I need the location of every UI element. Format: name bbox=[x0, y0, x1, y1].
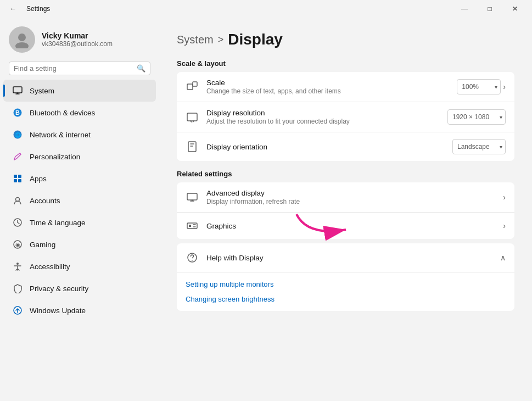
graphics-chevron-right-icon: › bbox=[503, 221, 506, 230]
sidebar-item-accessibility[interactable]: Accessibility bbox=[3, 255, 156, 277]
svg-rect-21 bbox=[187, 193, 197, 200]
orientation-title: Display orientation bbox=[206, 143, 445, 151]
svg-rect-9 bbox=[14, 179, 17, 182]
advanced-display-text: Advanced display Display information, re… bbox=[206, 189, 495, 205]
svg-rect-2 bbox=[13, 87, 22, 93]
advanced-display-title: Advanced display bbox=[206, 189, 495, 197]
search-container: 🔍 bbox=[0, 59, 159, 80]
sidebar-item-label-bluetooth: Bluetooth & devices bbox=[30, 109, 95, 117]
content-wrapper: System > Display Scale & layout Scal bbox=[159, 18, 532, 401]
orientation-dropdown[interactable]: Landscape Portrait bbox=[452, 139, 506, 154]
sidebar-item-network[interactable]: 🌐 Network & internet bbox=[3, 124, 156, 146]
sidebar-item-label-network: Network & internet bbox=[30, 131, 91, 139]
avatar bbox=[9, 26, 35, 53]
resolution-text: Display resolution Adjust the resolution… bbox=[206, 109, 440, 125]
scale-icon bbox=[186, 80, 199, 93]
privacy-icon bbox=[12, 283, 23, 294]
sidebar: Vicky Kumar vk304836@outlook.com 🔍 Syst bbox=[0, 18, 159, 401]
scale-text: Scale Change the size of text, apps, and… bbox=[206, 79, 449, 95]
search-input[interactable] bbox=[14, 64, 133, 73]
scale-layout-card: Scale Change the size of text, apps, and… bbox=[177, 72, 514, 161]
sidebar-item-time[interactable]: Time & language bbox=[3, 211, 156, 233]
svg-rect-20 bbox=[188, 142, 196, 152]
help-link-multiple-monitors[interactable]: Setting up multiple monitors bbox=[186, 277, 506, 292]
titlebar-controls: — □ ✕ bbox=[452, 0, 528, 18]
sidebar-item-system[interactable]: System bbox=[3, 80, 156, 102]
advanced-display-icon bbox=[186, 191, 199, 204]
advanced-display-chevron-right-icon: › bbox=[503, 193, 506, 202]
resolution-right: 1920 × 1080 1280 × 720 ▾ bbox=[447, 109, 506, 125]
scale-layout-title: Scale & layout bbox=[177, 59, 514, 68]
help-section: Help with Display ∧ Setting up multiple … bbox=[177, 243, 514, 311]
svg-text:◉: ◉ bbox=[15, 242, 20, 248]
sidebar-item-label-personalization: Personalization bbox=[30, 153, 80, 161]
sidebar-item-gaming[interactable]: ◉ Gaming bbox=[3, 233, 156, 255]
breadcrumb-parent[interactable]: System bbox=[177, 34, 214, 46]
sidebar-item-label-windows-update: Windows Update bbox=[30, 307, 86, 315]
resolution-item[interactable]: Display resolution Adjust the resolution… bbox=[177, 102, 514, 132]
titlebar-left: ← Settings bbox=[4, 0, 50, 18]
help-links: Setting up multiple monitors Changing sc… bbox=[177, 272, 514, 311]
app-body: Vicky Kumar vk304836@outlook.com 🔍 Syst bbox=[0, 18, 532, 401]
sidebar-item-label-time: Time & language bbox=[30, 219, 86, 227]
titlebar: ← Settings — □ ✕ bbox=[0, 0, 532, 18]
clock-icon bbox=[12, 217, 23, 228]
breadcrumb-separator: > bbox=[218, 34, 224, 46]
back-icon: ← bbox=[10, 5, 16, 13]
sidebar-item-privacy[interactable]: Privacy & security bbox=[3, 277, 156, 299]
scale-right: 100% 125% 150% ▾ › bbox=[457, 79, 506, 94]
sidebar-item-label-gaming: Gaming bbox=[30, 241, 55, 249]
apps-icon bbox=[12, 173, 23, 184]
resolution-dropdown[interactable]: 1920 × 1080 1280 × 720 bbox=[447, 109, 506, 125]
orientation-dropdown-wrap: Landscape Portrait ▾ bbox=[452, 139, 506, 154]
brush-icon bbox=[12, 151, 23, 162]
sidebar-item-bluetooth[interactable]: B Bluetooth & devices bbox=[3, 102, 156, 124]
help-header[interactable]: Help with Display ∧ bbox=[177, 243, 514, 272]
maximize-button[interactable]: □ bbox=[477, 0, 502, 18]
gaming-icon: ◉ bbox=[12, 239, 23, 250]
user-email: vk304836@outlook.com bbox=[42, 40, 113, 48]
advanced-display-subtitle: Display information, refresh rate bbox=[206, 198, 495, 205]
orientation-text: Display orientation bbox=[206, 143, 445, 151]
graphics-icon bbox=[186, 219, 199, 232]
graphics-text: Graphics bbox=[206, 222, 495, 230]
svg-rect-8 bbox=[18, 175, 21, 178]
minimize-button[interactable]: — bbox=[452, 0, 477, 18]
svg-text:B: B bbox=[15, 109, 20, 116]
network-icon: 🌐 bbox=[12, 129, 23, 140]
help-link-brightness[interactable]: Changing screen brightness bbox=[186, 292, 506, 307]
scale-dropdown[interactable]: 100% 125% 150% bbox=[457, 79, 501, 94]
help-header-left: Help with Display bbox=[186, 251, 264, 264]
update-icon bbox=[12, 305, 23, 316]
scale-chevron-right-icon: › bbox=[503, 82, 506, 91]
back-button[interactable]: ← bbox=[4, 0, 22, 18]
content-area: System > Display Scale & layout Scal bbox=[159, 18, 532, 401]
sidebar-item-label-system: System bbox=[30, 87, 54, 95]
help-collapse-icon: ∧ bbox=[500, 253, 506, 262]
user-info: Vicky Kumar vk304836@outlook.com bbox=[42, 31, 113, 48]
sidebar-item-label-privacy: Privacy & security bbox=[30, 285, 88, 293]
sidebar-item-label-accessibility: Accessibility bbox=[30, 263, 70, 271]
close-button[interactable]: ✕ bbox=[502, 0, 528, 18]
svg-rect-10 bbox=[18, 179, 21, 182]
graphics-item[interactable]: Graphics › bbox=[177, 213, 514, 239]
sidebar-item-windows-update[interactable]: Windows Update bbox=[3, 299, 156, 321]
sidebar-item-accounts[interactable]: Accounts bbox=[3, 190, 156, 211]
graphics-title: Graphics bbox=[206, 222, 495, 230]
svg-rect-17 bbox=[187, 84, 193, 90]
orientation-item[interactable]: Display orientation Landscape Portrait ▾ bbox=[177, 132, 514, 161]
svg-text:🌐: 🌐 bbox=[15, 132, 21, 138]
sidebar-nav: System B Bluetooth & devices 🌐 bbox=[0, 80, 159, 321]
svg-rect-18 bbox=[193, 82, 197, 86]
advanced-display-item[interactable]: Advanced display Display information, re… bbox=[177, 182, 514, 213]
sidebar-item-apps[interactable]: Apps bbox=[3, 168, 156, 190]
scale-dropdown-wrap: 100% 125% 150% ▾ bbox=[457, 79, 501, 94]
search-icon: 🔍 bbox=[137, 64, 145, 73]
user-name: Vicky Kumar bbox=[42, 31, 113, 40]
svg-point-25 bbox=[192, 260, 193, 261]
svg-rect-19 bbox=[187, 113, 197, 121]
scale-item[interactable]: Scale Change the size of text, apps, and… bbox=[177, 72, 514, 102]
help-title: Help with Display bbox=[206, 254, 264, 262]
sidebar-item-label-apps: Apps bbox=[30, 175, 47, 183]
sidebar-item-personalization[interactable]: Personalization bbox=[3, 146, 156, 168]
